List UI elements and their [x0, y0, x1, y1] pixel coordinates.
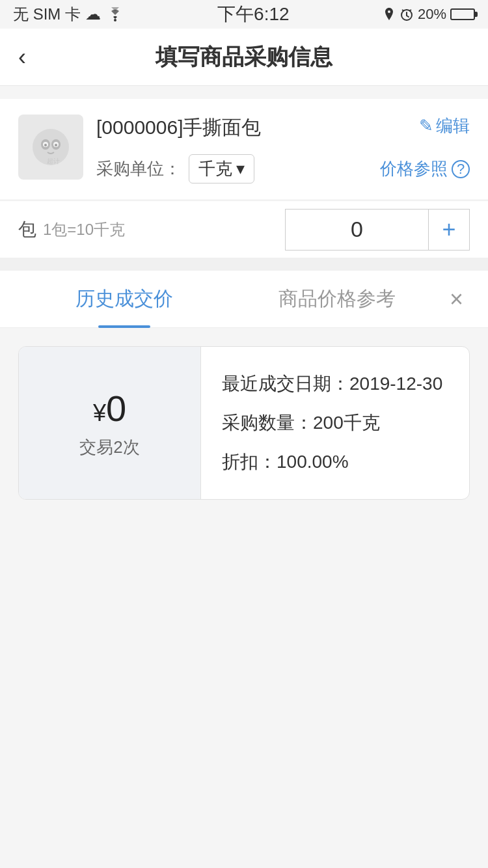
close-button[interactable]: ×	[443, 286, 470, 313]
help-icon: ?	[452, 160, 470, 178]
discount-label: 折扣：	[222, 452, 277, 472]
product-header: [0000006]手撕面包 ✎ 编辑	[96, 115, 470, 141]
price-left: ¥0 交易2次	[19, 347, 201, 499]
price-value: 0	[106, 388, 126, 429]
product-name: [0000006]手撕面包	[96, 115, 261, 141]
tab1-label: 历史成交价	[75, 286, 173, 312]
content-area: ¥0 交易2次 最近成交日期：2019-12-30 采购数量：200千克 折扣：…	[0, 328, 488, 718]
qty-row: 采购数量：200千克	[222, 409, 448, 437]
qty-plus-button[interactable]: +	[428, 209, 470, 251]
quantity-section: 包 1包=10千克 +	[0, 200, 488, 258]
svg-point-0	[114, 19, 116, 21]
status-left: 无 SIM 卡 ☁	[13, 4, 124, 25]
tab-underline	[98, 325, 150, 328]
section-divider	[0, 258, 488, 271]
unit-field: 采购单位： 千克 ▾	[96, 154, 254, 183]
tx-count: 交易2次	[79, 436, 139, 459]
qty-controls: +	[285, 209, 470, 251]
battery-icon	[450, 8, 475, 20]
product-logo: 超计	[31, 128, 70, 167]
latest-date-value: 2019-12-30	[349, 373, 442, 394]
tab2-label: 商品价格参考	[278, 286, 396, 312]
page-title: 填写商品采购信息	[156, 42, 332, 72]
product-card: 超计 [0000006]手撕面包 ✎ 编辑 采购单位： 千克 ▾ 价格参照 ?	[0, 99, 488, 199]
price-card: ¥0 交易2次 最近成交日期：2019-12-30 采购数量：200千克 折扣：…	[18, 346, 470, 500]
wifi-icon	[106, 7, 124, 21]
nav-bar: ‹ 填写商品采购信息	[0, 29, 488, 86]
edit-icon: ✎	[419, 116, 433, 136]
unit-select[interactable]: 千克 ▾	[189, 154, 254, 183]
svg-point-8	[55, 144, 57, 146]
discount-value: 100.00%	[277, 452, 349, 472]
latest-date-label: 最近成交日期：	[222, 373, 349, 394]
sim-status: 无 SIM 卡 ☁	[13, 4, 101, 25]
status-bar: 无 SIM 卡 ☁ 下午6:12 20%	[0, 0, 488, 29]
currency-symbol: ¥	[93, 400, 106, 426]
battery-percent: 20%	[418, 6, 446, 23]
edit-label: 编辑	[436, 115, 470, 137]
location-icon	[383, 7, 396, 21]
chevron-down-icon: ▾	[236, 159, 245, 179]
qty-detail-value: 200千克	[313, 413, 380, 433]
price-ref-button[interactable]: 价格参照 ?	[380, 157, 470, 180]
product-unit-row: 采购单位： 千克 ▾ 价格参照 ?	[96, 154, 470, 183]
status-right: 20%	[383, 6, 475, 23]
qty-detail-label: 采购数量：	[222, 413, 313, 433]
tab-product-price-ref[interactable]: 商品价格参考	[230, 271, 442, 328]
latest-date-row: 最近成交日期：2019-12-30	[222, 370, 448, 398]
status-time: 下午6:12	[217, 2, 290, 27]
discount-row: 折扣：100.00%	[222, 448, 448, 476]
tabs-container: 历史成交价 商品价格参考 ×	[0, 271, 488, 328]
unit-label: 采购单位：	[96, 159, 181, 178]
svg-text:超计: 超计	[47, 157, 60, 165]
qty-unit-label: 包	[18, 217, 36, 242]
qty-unit-note: 1包=10千克	[43, 219, 125, 240]
qty-input[interactable]	[285, 209, 428, 251]
edit-button[interactable]: ✎ 编辑	[419, 115, 470, 137]
unit-value: 千克	[198, 157, 232, 180]
price-right: 最近成交日期：2019-12-30 采购数量：200千克 折扣：100.00%	[201, 347, 469, 499]
alarm-icon	[400, 7, 414, 21]
tab-history-price[interactable]: 历史成交价	[18, 271, 230, 328]
svg-point-7	[44, 144, 47, 146]
back-button[interactable]: ‹	[18, 44, 26, 71]
price-ref-label: 价格参照	[380, 157, 448, 180]
product-info: [0000006]手撕面包 ✎ 编辑 采购单位： 千克 ▾ 价格参照 ?	[96, 115, 470, 183]
product-image: 超计	[18, 115, 83, 180]
price-amount: ¥0	[93, 387, 126, 429]
